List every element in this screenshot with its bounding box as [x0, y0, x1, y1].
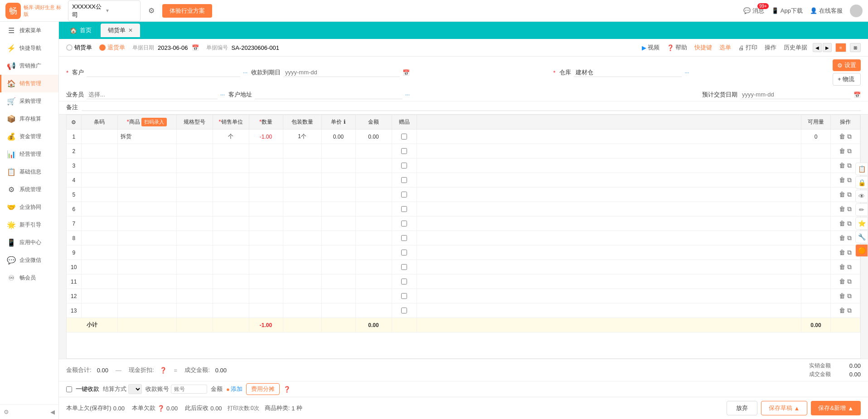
cell-barcode-4[interactable]: [81, 188, 117, 202]
expected-delivery-input[interactable]: [740, 90, 851, 99]
rf-lock-btn[interactable]: 🔒: [855, 176, 868, 189]
date-calendar-icon[interactable]: 📅: [192, 44, 199, 51]
video-btn[interactable]: ▶ 视频: [640, 43, 661, 53]
avatar[interactable]: [850, 5, 863, 17]
rf-star-btn[interactable]: ⭐: [855, 217, 868, 230]
cell-quantity-8[interactable]: [249, 246, 283, 260]
history-btn[interactable]: 历史单据: [782, 43, 809, 53]
account-input[interactable]: [171, 385, 207, 394]
cell-quantity-6[interactable]: [249, 217, 283, 231]
copy-icon-12[interactable]: ⧉: [847, 307, 852, 314]
save-new-btn[interactable]: 保存&新增 ▲: [811, 401, 861, 415]
trial-btn[interactable]: 体验行业方案: [162, 4, 212, 18]
cell-price-1[interactable]: [321, 144, 355, 159]
cash-discount-help-icon[interactable]: ❓: [160, 367, 167, 374]
due-date-calendar-icon[interactable]: 📅: [402, 69, 410, 76]
tab-close-icon[interactable]: ✕: [128, 27, 133, 34]
delete-icon-6[interactable]: 🗑: [839, 220, 845, 227]
save-draft-btn[interactable]: 保存草稿 ▲: [761, 401, 808, 415]
cell-spec-6[interactable]: [176, 217, 213, 231]
cell-barcode-0[interactable]: [81, 130, 117, 144]
sidebar-settings-icon[interactable]: ⚙: [4, 409, 9, 415]
rf-notes-btn[interactable]: 📋: [855, 163, 868, 175]
print-btn[interactable]: 🖨 打印: [737, 43, 759, 53]
add-payment-btn[interactable]: ● 添加: [226, 385, 242, 393]
sidebar-collapse-icon[interactable]: ◀: [50, 409, 55, 415]
cell-price-5[interactable]: [321, 202, 355, 217]
tab-home[interactable]: 🏠 首页: [63, 24, 99, 37]
due-date-input[interactable]: [283, 68, 400, 77]
warehouse-input[interactable]: [574, 68, 682, 77]
cell-barcode-8[interactable]: [81, 246, 117, 260]
delete-icon-9[interactable]: 🗑: [839, 263, 845, 271]
sidebar-item-purchase[interactable]: 🛒 采购管理: [0, 92, 58, 110]
cell-quantity-4[interactable]: [249, 188, 283, 202]
cell-spec-4[interactable]: [176, 188, 213, 202]
cell-price-9[interactable]: [321, 260, 355, 275]
address-dots-icon[interactable]: ···: [405, 92, 410, 98]
cell-barcode-5[interactable]: [81, 202, 117, 217]
cell-barcode-12[interactable]: [81, 303, 117, 318]
rf-orange-btn[interactable]: 🟠: [855, 244, 868, 257]
cell-price-10[interactable]: [321, 275, 355, 289]
sidebar-item-inventory[interactable]: 📦 库存核算: [0, 110, 58, 128]
cell-price-3[interactable]: [321, 173, 355, 188]
cell-price-7[interactable]: [321, 231, 355, 246]
grid-view-btn[interactable]: ⊞: [850, 43, 861, 52]
fee-split-btn[interactable]: 费用分摊: [246, 383, 280, 395]
rf-view-btn[interactable]: 👁: [855, 190, 868, 202]
cell-spec-5[interactable]: [176, 202, 213, 217]
sidebar-item-marketing[interactable]: 📢 营销推广: [0, 57, 58, 75]
cell-quantity-12[interactable]: [249, 303, 283, 318]
online-service-button[interactable]: 👤 在线客服: [810, 7, 843, 15]
sidebar-item-basic[interactable]: 📋 基础信息: [0, 163, 58, 181]
cell-quantity-1[interactable]: [249, 144, 283, 159]
delete-icon-3[interactable]: 🗑: [839, 176, 845, 184]
cell-remark-3[interactable]: [417, 173, 801, 188]
settings-btn[interactable]: ⚙ 设置: [833, 59, 861, 71]
copy-icon-3[interactable]: ⧉: [847, 176, 852, 184]
cell-spec-12[interactable]: [176, 303, 213, 318]
th-settings[interactable]: ⚙: [67, 115, 81, 130]
delete-icon-2[interactable]: 🗑: [839, 162, 845, 169]
sidebar-item-sales[interactable]: 🏠 销售管理: [0, 75, 58, 92]
copy-icon-5[interactable]: ⧉: [847, 205, 852, 213]
customer-dots-icon[interactable]: ···: [243, 69, 247, 76]
cell-price-2[interactable]: [321, 159, 355, 173]
company-selector[interactable]: XXXXXX公司 ▼: [68, 0, 141, 21]
cell-spec-8[interactable]: [176, 246, 213, 260]
cell-spec-10[interactable]: [176, 275, 213, 289]
cell-barcode-7[interactable]: [81, 231, 117, 246]
cell-remark-11[interactable]: [417, 289, 801, 303]
rf-tools-btn[interactable]: 🔧: [855, 231, 868, 243]
cell-spec-1[interactable]: [176, 144, 213, 159]
cell-spec-0[interactable]: [176, 130, 213, 144]
settings-gear-button[interactable]: ⚙: [144, 4, 159, 18]
delete-icon-5[interactable]: 🗑: [839, 205, 845, 213]
cell-remark-8[interactable]: [417, 246, 801, 260]
cell-quantity-3[interactable]: [249, 173, 283, 188]
cell-quantity-7[interactable]: [249, 231, 283, 246]
cell-barcode-3[interactable]: [81, 173, 117, 188]
cell-remark-12[interactable]: [417, 303, 801, 318]
cell-spec-3[interactable]: [176, 173, 213, 188]
copy-icon-8[interactable]: ⧉: [847, 249, 852, 256]
help-btn[interactable]: ❓ 帮助: [665, 43, 689, 53]
nav-next-btn[interactable]: ▶: [823, 43, 832, 52]
copy-icon-0[interactable]: ⧉: [847, 133, 852, 140]
delivery-calendar-icon[interactable]: 📅: [853, 92, 861, 98]
delete-icon-0[interactable]: 🗑: [839, 133, 845, 140]
cell-remark-10[interactable]: [417, 275, 801, 289]
cell-price-0[interactable]: 0.00: [321, 130, 355, 144]
message-button[interactable]: 💬 消息 99+: [743, 7, 764, 15]
abandon-btn[interactable]: 放弃: [727, 401, 757, 415]
operate-btn[interactable]: 操作: [763, 43, 778, 53]
cell-remark-2[interactable]: [417, 159, 801, 173]
copy-icon-2[interactable]: ⧉: [847, 162, 852, 169]
cell-quantity-11[interactable]: [249, 289, 283, 303]
shortcut-btn[interactable]: 快捷键: [693, 43, 714, 53]
cell-spec-2[interactable]: [176, 159, 213, 173]
copy-icon-1[interactable]: ⧉: [847, 147, 852, 155]
fee-help-icon[interactable]: ❓: [283, 386, 291, 393]
delete-icon-10[interactable]: 🗑: [839, 278, 845, 285]
